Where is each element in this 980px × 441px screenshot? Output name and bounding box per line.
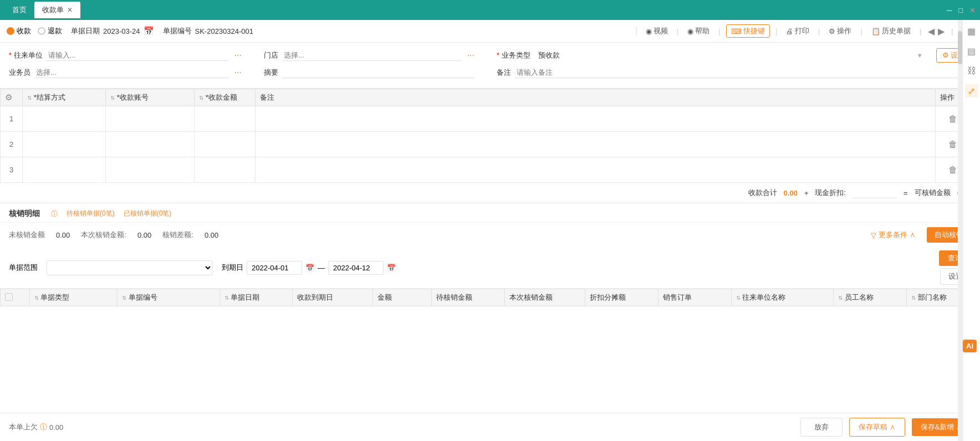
remark-input[interactable] <box>514 67 971 78</box>
date-value[interactable]: 2023-03-24 <box>103 27 140 35</box>
row-2-settle[interactable] <box>23 132 106 157</box>
tab-close-icon[interactable]: ✕ <box>67 6 73 14</box>
date-label: 单据日期 <box>71 26 100 36</box>
discount-input[interactable] <box>853 187 897 198</box>
shop-more-icon[interactable]: ··· <box>467 50 474 60</box>
filter-btn[interactable]: ▽ 更多条件 ∧ <box>871 230 916 240</box>
row-1-account[interactable] <box>106 106 195 132</box>
radio-refund[interactable]: 退款 <box>38 26 62 36</box>
pending-tab-link[interactable]: 待核销单据(0笔) <box>67 209 115 219</box>
business-type-dropdown-icon[interactable]: ▼ <box>917 52 923 59</box>
row-1-delete-icon[interactable]: 🗑 <box>948 114 957 124</box>
maximize-btn[interactable]: □ <box>958 6 963 14</box>
current-debt-label: 本单上欠 <box>9 422 38 432</box>
abandon-btn[interactable]: 放弃 <box>800 418 843 437</box>
plus-sign: + <box>804 189 809 197</box>
video-btn[interactable]: ◉ 视频 <box>642 25 671 37</box>
scrollbar-thumb[interactable] <box>958 31 962 64</box>
scrollbar[interactable] <box>958 20 962 441</box>
current-debt-info-icon[interactable]: ⓘ <box>40 422 47 432</box>
tab-receipt[interactable]: 收款单 ✕ <box>34 2 80 18</box>
form-row-2: 业务员 ··· 摘要 备注 <box>9 67 971 78</box>
date-field: 单据日期 2023-03-24 📅 <box>71 26 154 36</box>
th-amount: ⇅ *收款金额 <box>195 89 256 106</box>
counterpart-more-icon[interactable]: ··· <box>234 50 242 60</box>
row-1-amount[interactable] <box>195 106 256 132</box>
shop-input[interactable] <box>282 50 462 61</box>
save-draft-btn[interactable]: 保存草稿 ∧ <box>849 418 905 437</box>
counterpart-input[interactable] <box>46 50 229 61</box>
tab-home[interactable]: 首页 <box>4 2 34 18</box>
reconcile-stats: 未核销金额 0.00 本次核销金额: 0.00 核销差额: 0.00 ▽ 更多条… <box>0 223 980 247</box>
row-1-settle[interactable] <box>23 106 106 132</box>
salesperson-more-icon[interactable]: ··· <box>234 68 242 78</box>
row-1-remark[interactable] <box>256 106 936 132</box>
due-date-field: 到期日 📅 — 📅 <box>222 261 396 275</box>
due-date-to-input[interactable] <box>328 261 384 275</box>
select-all-checkbox[interactable] <box>5 293 13 301</box>
row-2-delete-icon[interactable]: 🗑 <box>948 140 957 150</box>
table-row: 2 🗑 ⧉ <box>1 132 980 157</box>
table-gear-icon[interactable]: ⚙ <box>5 93 12 102</box>
unchecked-label: 未核销金额 <box>9 230 45 240</box>
row-3-account[interactable] <box>106 157 195 183</box>
business-type-value: 预收款 <box>538 50 560 60</box>
row-2-amount[interactable] <box>195 132 256 157</box>
gear-icon: ⚙ <box>942 51 949 59</box>
save-draft-label: 保存草稿 ∧ <box>859 422 896 432</box>
date-icon[interactable]: 📅 <box>144 26 154 36</box>
sidebar-table-icon[interactable]: ▦ <box>965 24 978 38</box>
salesperson-input[interactable] <box>34 67 229 78</box>
help-btn[interactable]: ◉ 帮助 <box>684 25 713 37</box>
operation-btn[interactable]: ⚙ 操作 <box>825 25 855 37</box>
sub-th-discount: 折扣分摊额 <box>585 289 658 306</box>
toolbar-right: ◉ 视频 | ◉ 帮助 | ⌨ 快捷键 | 🖨 打印 | ⚙ 操作 <box>636 24 973 38</box>
radio-receipt[interactable]: 收款 <box>7 26 31 36</box>
date-range-separator: — <box>318 264 325 272</box>
close-btn[interactable]: ✕ <box>969 6 976 14</box>
save-new-label: 保存&新增 ∧ <box>921 422 962 432</box>
minimize-btn[interactable]: ─ <box>947 6 952 14</box>
remark-field: 备注 <box>497 67 971 78</box>
done-tab-link[interactable]: 已核销单据(0笔) <box>124 209 172 219</box>
next-arrow[interactable]: ▶ <box>937 26 946 37</box>
radio-receipt-label: 收款 <box>17 26 31 36</box>
summary-field: 摘要 <box>264 67 474 78</box>
date-calendar-to-icon[interactable]: 📅 <box>387 264 396 272</box>
history-label: 历史单据 <box>882 26 911 36</box>
row-3-remark[interactable] <box>256 157 936 183</box>
reconcile-table-area: ⇅ 单据类型 ⇅ 单据编号 ⇅ 单据日期 收款到期日 <box>0 289 980 413</box>
radio-receipt-dot <box>7 27 14 35</box>
reconcile-info-icon[interactable]: ⓘ <box>51 209 58 219</box>
row-2-remark[interactable] <box>256 132 936 157</box>
prev-arrow[interactable]: ◀ <box>927 26 936 37</box>
sidebar-link-icon[interactable]: ⛓ <box>965 64 978 78</box>
summary-label: 摘要 <box>264 68 278 78</box>
sidebar-expand-icon[interactable]: ⤢ <box>965 84 978 98</box>
ai-badge[interactable]: Ai <box>963 340 977 352</box>
due-date-from-input[interactable] <box>247 261 302 275</box>
row-3-delete-icon[interactable]: 🗑 <box>948 165 957 175</box>
sub-th-bill-no: ⇅ 单据编号 <box>117 289 220 306</box>
sidebar-book-icon[interactable]: ▤ <box>965 44 978 58</box>
date-calendar-from-icon[interactable]: 📅 <box>305 264 314 272</box>
shop-label: 门店 <box>264 50 278 60</box>
summary-input[interactable] <box>282 67 474 78</box>
bill-no-label: 单据编号 <box>163 26 192 36</box>
row-3-settle[interactable] <box>23 157 106 183</box>
operation-label: 操作 <box>837 26 851 36</box>
print-btn[interactable]: 🖨 打印 <box>783 25 813 37</box>
history-icon: 📋 <box>871 27 880 35</box>
sub-th-pending: 待核销金额 <box>431 289 504 306</box>
range-select[interactable] <box>47 260 213 275</box>
history-btn[interactable]: 📋 历史单据 <box>868 25 914 37</box>
form-area: * 往来单位 ··· 门店 ··· * 业务类型 预收款 ▼ <box>0 43 980 89</box>
equals-sign: = <box>904 189 908 197</box>
row-2-account[interactable] <box>106 132 195 157</box>
sub-th-sales-order: 销售订单 <box>658 289 731 306</box>
radio-refund-dot <box>38 27 45 35</box>
salesperson-field: 业务员 ··· <box>9 67 242 78</box>
row-3-amount[interactable] <box>195 157 256 183</box>
shortcut-btn[interactable]: ⌨ 快捷键 <box>726 24 770 38</box>
sub-th-counterpart: ⇅ 往来单位名称 <box>731 289 834 306</box>
